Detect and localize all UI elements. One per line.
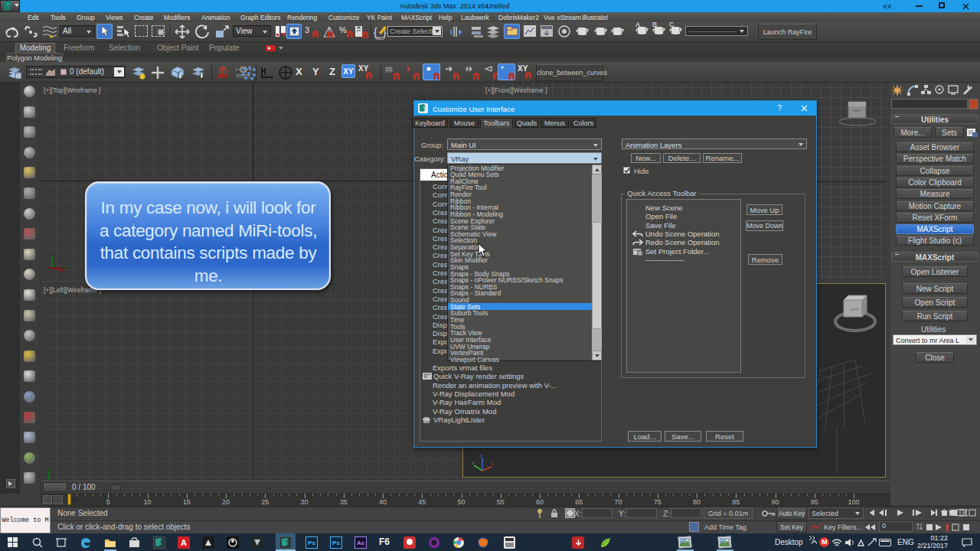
svg-text:mini: mini	[850, 307, 858, 311]
svg-text:mini: mini	[852, 108, 861, 112]
svg-text:ABC: ABC	[376, 36, 384, 41]
svg-text:x: x	[491, 461, 493, 466]
svg-text:z: z	[480, 453, 482, 458]
svg-text:*: *	[501, 65, 504, 73]
svg-text:y: y	[472, 460, 474, 465]
